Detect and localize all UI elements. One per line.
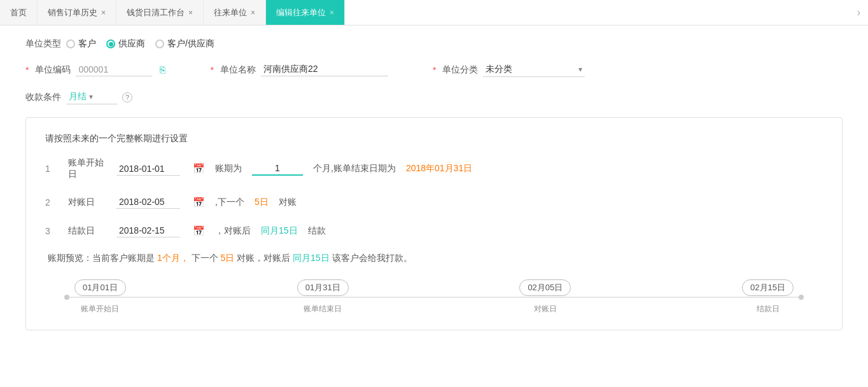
unit-code-item: * 单位编码 ⎘ <box>25 63 165 76</box>
row-1-suffix-before: 账期为 <box>215 163 242 174</box>
tab-bar: 首页 销售订单历史 × 钱货日清工作台 × 往来单位 × 编辑往来单位 × › <box>0 0 868 25</box>
copy-icon[interactable]: ⎘ <box>160 64 165 75</box>
preview-text: 账期预览：当前客户账期是 1个月， 下一个 5日 对账，对账后 同月15日 该客… <box>45 253 823 264</box>
tab-home-label: 首页 <box>10 7 27 18</box>
unit-category-value: 未分类 <box>486 64 512 75</box>
preview-period: 1个月， <box>157 253 189 263</box>
unit-name-input[interactable] <box>261 63 388 76</box>
radio-both[interactable]: 客户/供应商 <box>155 38 214 50</box>
radio-supplier[interactable]: 供应商 <box>106 38 145 50</box>
unit-type-radio-group: 客户 供应商 客户/供应商 <box>66 38 214 50</box>
row-1-date[interactable] <box>116 162 180 176</box>
radio-supplier-label: 供应商 <box>118 38 145 50</box>
row-3-highlight: 同月15日 <box>261 225 298 237</box>
node-3-label: 结款日 <box>757 304 780 314</box>
tab-edit-partner[interactable]: 编辑往来单位 × <box>266 0 345 25</box>
tab-cash-work-close[interactable]: × <box>188 9 193 17</box>
setting-row-3: 3 结款日 📅 ，对账后 同月15日 结款 <box>45 224 823 237</box>
unit-type-item: 单位类型 客户 供应商 客户/供应商 <box>25 38 214 50</box>
node-1-badge: 01月31日 <box>297 279 349 296</box>
row-1-suffix: 个月,账单结束日期为 <box>313 163 396 174</box>
unit-category-required: * <box>433 65 436 75</box>
row-2-suffix: 对账 <box>279 197 297 208</box>
tab-partner-units-close[interactable]: × <box>251 9 255 17</box>
row-1-cal-icon[interactable]: 📅 <box>193 163 205 174</box>
timeline-node-0: 01月01日 账单开始日 <box>74 279 126 314</box>
payment-terms-value: 月结 <box>69 91 87 102</box>
period-input[interactable] <box>252 162 303 176</box>
row-2-prefix: ,下一个 <box>215 197 244 208</box>
row-2-num: 2 <box>45 197 58 208</box>
node-1-label: 账单结束日 <box>304 304 342 314</box>
main-content: 单位类型 客户 供应商 客户/供应商 * 单位编码 <box>0 25 868 387</box>
payment-terms-dropdown[interactable]: 月结 ▾ <box>66 90 117 104</box>
node-2-badge: 02月05日 <box>519 279 571 296</box>
row-2-date[interactable] <box>116 195 180 209</box>
tab-partner-units[interactable]: 往来单位 × <box>204 0 266 25</box>
setting-row-1: 1 账单开始日 📅 账期为 个月,账单结束日期为 2018年01月31日 <box>45 157 823 180</box>
timeline-node-1: 01月31日 账单结束日 <box>297 279 349 314</box>
unit-category-dropdown[interactable]: 未分类 ▾ <box>483 62 585 77</box>
preview-suffix: 该客户会给我打款。 <box>332 253 412 263</box>
settings-title: 请按照未来的一个完整帐期进行设置 <box>45 133 823 144</box>
payment-terms-arrow: ▾ <box>89 92 93 101</box>
payment-terms-label: 收款条件 <box>25 92 61 103</box>
tab-partner-units-label: 往来单位 <box>214 7 247 18</box>
tab-edit-partner-close[interactable]: × <box>330 9 334 17</box>
tab-expand-button[interactable]: › <box>850 0 868 25</box>
help-icon[interactable]: ? <box>122 92 132 102</box>
row-3-cal-icon[interactable]: 📅 <box>193 225 205 237</box>
unit-name-item: * 单位名称 <box>210 63 388 76</box>
unit-name-label: 单位名称 <box>220 64 256 76</box>
row-1-highlight: 2018年01月31日 <box>406 163 472 174</box>
preview-payment-day: 同月15日 <box>293 253 330 263</box>
timeline-node-2: 02月05日 对账日 <box>519 279 571 314</box>
node-0-badge: 01月01日 <box>74 279 126 296</box>
timeline-end-dot <box>799 295 804 300</box>
chevron-right-icon: › <box>857 7 860 18</box>
radio-customer[interactable]: 客户 <box>66 38 96 50</box>
row-3-suffix: 结款 <box>308 225 326 237</box>
timeline-start-dot <box>64 295 69 300</box>
setting-row-2: 2 对账日 📅 ,下一个 5日 对账 <box>45 195 823 209</box>
radio-both-circle <box>155 39 164 48</box>
unit-code-label: 单位编码 <box>35 64 71 76</box>
row-1-num: 1 <box>45 164 58 174</box>
tab-cash-work[interactable]: 钱货日清工作台 × <box>116 0 204 25</box>
unit-type-label: 单位类型 <box>25 38 61 50</box>
preview-label: 账期预览：当前客户账期是 <box>48 253 155 263</box>
preview-reconcile-suffix: 对账，对账后 <box>237 253 290 263</box>
unit-info-row: * 单位编码 ⎘ * 单位名称 * 单位分类 未分类 ▾ <box>25 62 843 77</box>
tab-sales-history-close[interactable]: × <box>101 9 106 17</box>
row-3-prefix: ，对账后 <box>215 225 251 237</box>
settings-box: 请按照未来的一个完整帐期进行设置 1 账单开始日 📅 账期为 个月,账单结束日期… <box>25 117 843 330</box>
row-3-num: 3 <box>45 226 58 236</box>
unit-name-required: * <box>210 65 213 75</box>
timeline-node-3: 02月15日 结款日 <box>742 279 794 314</box>
unit-code-required: * <box>25 65 29 75</box>
payment-terms-item: 收款条件 月结 ▾ ? <box>25 90 132 104</box>
radio-customer-circle <box>66 39 75 48</box>
payment-terms-row: 收款条件 月结 ▾ ? <box>25 90 843 104</box>
tab-sales-history[interactable]: 销售订单历史 × <box>38 0 116 25</box>
tab-cash-work-label: 钱货日清工作台 <box>127 7 185 18</box>
unit-category-label: 单位分类 <box>442 64 478 76</box>
row-2-label: 对账日 <box>68 197 106 208</box>
radio-customer-label: 客户 <box>78 38 96 50</box>
row-2-highlight: 5日 <box>255 197 269 208</box>
unit-category-item: * 单位分类 未分类 ▾ <box>433 62 585 77</box>
row-1-label: 账单开始日 <box>68 157 106 180</box>
node-3-badge: 02月15日 <box>742 279 794 296</box>
row-3-label: 结款日 <box>68 225 106 237</box>
timeline: 01月01日 账单开始日 01月31日 账单结束日 02月05日 对账日 02月… <box>45 279 823 314</box>
radio-supplier-circle <box>106 39 115 48</box>
row-2-cal-icon[interactable]: 📅 <box>193 197 205 208</box>
unit-code-input[interactable] <box>76 63 152 76</box>
tab-sales-history-label: 销售订单历史 <box>48 7 97 18</box>
timeline-nodes: 01月01日 账单开始日 01月31日 账单结束日 02月05日 对账日 02月… <box>74 279 794 314</box>
preview-reconcile-day: 5日 <box>220 253 234 263</box>
tab-edit-partner-label: 编辑往来单位 <box>276 7 326 18</box>
preview-reconcile-prefix: 下一个 <box>192 253 218 263</box>
row-3-date[interactable] <box>116 224 180 237</box>
tab-home[interactable]: 首页 <box>0 0 38 25</box>
